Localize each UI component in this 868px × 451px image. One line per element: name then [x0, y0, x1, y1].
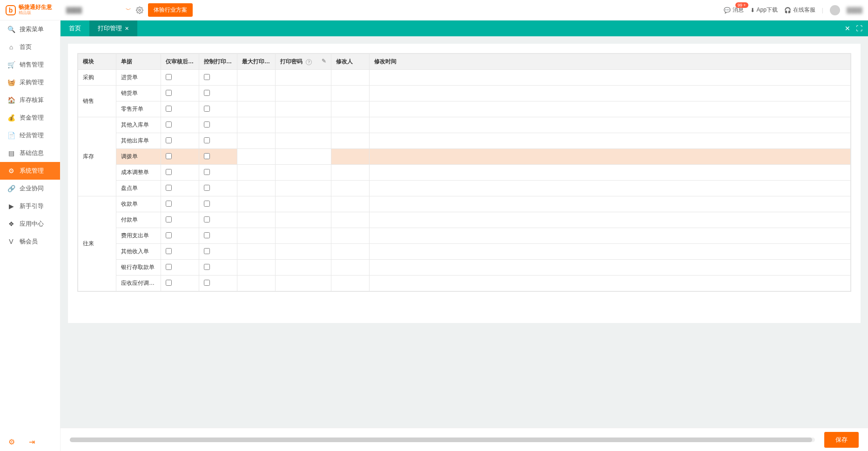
cell-print-password: [276, 260, 331, 276]
after-audit-checkbox[interactable]: [166, 248, 172, 254]
cell-modified-by: [331, 133, 370, 149]
after-audit-checkbox[interactable]: [166, 90, 172, 96]
after-audit-checkbox[interactable]: [166, 121, 172, 128]
help-icon[interactable]: ?: [306, 59, 312, 65]
chat-icon: 💬: [724, 7, 731, 13]
brand-logo: b 畅捷通好生意 精品版: [6, 4, 61, 16]
table-row: 其他收入单: [78, 244, 851, 260]
cell-control-count: [199, 101, 237, 117]
gear-icon[interactable]: [136, 7, 143, 14]
close-all-icon[interactable]: ✕: [845, 25, 850, 32]
after-audit-checkbox[interactable]: [166, 137, 172, 143]
layers-icon: ▤: [7, 149, 15, 157]
after-audit-checkbox[interactable]: [166, 74, 172, 80]
company-name: ████: [66, 7, 122, 13]
sidebar-item-label: 资金管理: [20, 114, 44, 122]
sidebar-item-3[interactable]: 🧺采购管理: [0, 74, 60, 91]
gear-icon[interactable]: ⚙: [8, 438, 15, 446]
col-module: 模块: [78, 54, 116, 70]
tab-1[interactable]: 打印管理✕: [89, 20, 137, 36]
col-modified-at: 修改时间: [370, 54, 851, 70]
cell-modified-by: [331, 244, 370, 260]
cell-document: 其他收入单: [116, 244, 161, 260]
cell-print-password: [276, 276, 331, 291]
sidebar-item-10[interactable]: ▶新手引导: [0, 197, 60, 215]
cell-after-audit: [161, 260, 199, 276]
control-count-checkbox[interactable]: [204, 185, 210, 191]
sidebar-item-label: 系统管理: [20, 167, 44, 175]
industry-solution-button[interactable]: 体验行业方案: [148, 3, 193, 17]
cell-print-password[interactable]: [276, 149, 331, 165]
cell-document: 收款单: [116, 196, 161, 212]
control-count-checkbox[interactable]: [204, 90, 210, 96]
print-settings-panel: 模块 单据 仅审核后打印 控制打印次数 最大打印次数 打印密码 ? ✎: [68, 44, 861, 323]
cell-modified-by: [331, 86, 370, 101]
cell-control-count: [199, 244, 237, 260]
after-audit-checkbox[interactable]: [166, 216, 172, 222]
fullscreen-icon[interactable]: ⛶: [856, 25, 862, 32]
sidebar-item-2[interactable]: 🛒销售管理: [0, 56, 60, 74]
sidebar-item-4[interactable]: 🏠库存核算: [0, 91, 60, 109]
cell-control-count: [199, 228, 237, 244]
sidebar-item-12[interactable]: V畅会员: [0, 233, 60, 250]
settings-icon: ⚙: [7, 167, 15, 175]
sidebar-item-0[interactable]: 🔍搜索菜单: [0, 20, 60, 38]
app-download-link[interactable]: ⬇ App下载: [750, 6, 778, 14]
support-link[interactable]: 🎧 在线客服: [784, 6, 815, 14]
cell-modified-by: [331, 165, 370, 181]
collapse-icon[interactable]: ⇥: [29, 438, 35, 446]
horizontal-scrollbar[interactable]: [70, 438, 815, 442]
cell-modified-at: [370, 196, 851, 212]
sidebar-item-5[interactable]: 💰资金管理: [0, 109, 60, 127]
edit-icon[interactable]: ✎: [322, 58, 326, 64]
control-count-checkbox[interactable]: [204, 232, 210, 238]
cell-document: 付款单: [116, 212, 161, 228]
company-selector[interactable]: ████ ﹀: [66, 6, 131, 14]
sidebar-item-11[interactable]: ❖应用中心: [0, 215, 60, 233]
after-audit-checkbox[interactable]: [166, 264, 172, 270]
cell-control-count: [199, 117, 237, 133]
tab-0[interactable]: 首页: [61, 20, 89, 36]
cell-control-count: [199, 70, 237, 86]
messages-link[interactable]: 💬 消息 99 +: [724, 6, 744, 14]
col-control-count: 控制打印次数: [199, 54, 237, 70]
headset-icon: 🎧: [784, 7, 791, 13]
sidebar-item-1[interactable]: ⌂首页: [0, 38, 60, 56]
control-count-checkbox[interactable]: [204, 74, 210, 80]
cell-max-count: [237, 133, 276, 149]
sidebar-item-label: 畅会员: [20, 237, 38, 246]
after-audit-checkbox[interactable]: [166, 106, 172, 112]
cell-max-count[interactable]: [237, 149, 276, 165]
control-count-checkbox[interactable]: [204, 216, 210, 222]
cell-max-count: [237, 101, 276, 117]
sidebar-item-9[interactable]: 🔗企业协同: [0, 180, 60, 197]
control-count-checkbox[interactable]: [204, 106, 210, 112]
cell-modified-by: [331, 276, 370, 291]
control-count-checkbox[interactable]: [204, 280, 210, 286]
close-icon[interactable]: ✕: [125, 26, 129, 32]
control-count-checkbox[interactable]: [204, 169, 210, 175]
after-audit-checkbox[interactable]: [166, 169, 172, 175]
control-count-checkbox[interactable]: [204, 201, 210, 207]
after-audit-checkbox[interactable]: [166, 185, 172, 191]
control-count-checkbox[interactable]: [204, 121, 210, 128]
sidebar-item-7[interactable]: ▤基础信息: [0, 144, 60, 162]
avatar[interactable]: [830, 5, 840, 15]
save-button[interactable]: 保存: [824, 432, 859, 448]
control-count-checkbox[interactable]: [204, 153, 210, 159]
sidebar-item-8[interactable]: ⚙系统管理: [0, 162, 60, 180]
control-count-checkbox[interactable]: [204, 248, 210, 254]
control-count-checkbox[interactable]: [204, 264, 210, 270]
sidebar-item-label: 基础信息: [20, 149, 44, 157]
cell-control-count: [199, 181, 237, 196]
cell-after-audit: [161, 212, 199, 228]
cell-control-count: [199, 149, 237, 165]
sidebar-item-6[interactable]: 📄经营管理: [0, 127, 60, 144]
table-row: 调拨单: [78, 149, 851, 165]
after-audit-checkbox[interactable]: [166, 153, 172, 159]
table-row: 付款单: [78, 212, 851, 228]
control-count-checkbox[interactable]: [204, 137, 210, 143]
after-audit-checkbox[interactable]: [166, 201, 172, 207]
after-audit-checkbox[interactable]: [166, 280, 172, 286]
after-audit-checkbox[interactable]: [166, 232, 172, 238]
